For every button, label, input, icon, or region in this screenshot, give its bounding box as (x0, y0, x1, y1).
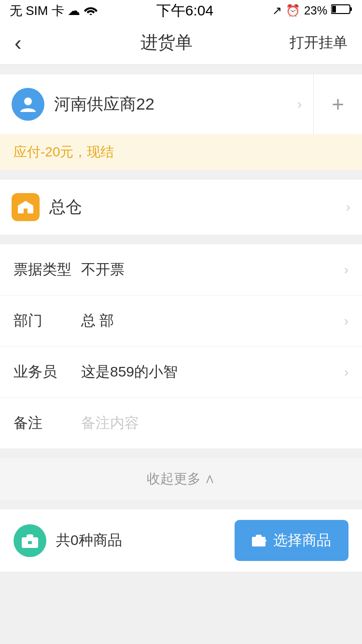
svg-point-4 (24, 98, 32, 105)
supplier-avatar (12, 88, 44, 121)
svg-rect-5 (24, 209, 28, 213)
add-supplier-button[interactable]: + (314, 92, 362, 116)
select-product-label: 选择商品 (273, 531, 331, 550)
department-row[interactable]: 部门 总 部 › (0, 295, 362, 347)
department-value: 总 部 (81, 311, 339, 331)
invoice-type-row[interactable]: 票据类型 不开票 › (0, 244, 362, 295)
invoice-type-chevron-icon: › (344, 262, 348, 278)
remark-input[interactable]: 备注内容 (81, 413, 348, 433)
back-button[interactable]: ‹ (14, 31, 43, 55)
status-bar: 无 SIM 卡 ☁ 下午6:04 ↗ ⏰ 23% (0, 0, 362, 21)
notice-banner: 应付-20元，现结 (0, 134, 362, 170)
product-count-label: 共0种商品 (56, 531, 225, 550)
invoice-type-value: 不开票 (81, 260, 339, 280)
warehouse-icon (12, 193, 40, 221)
salesperson-value: 这是859的小智 (81, 362, 339, 382)
remark-row[interactable]: 备注 备注内容 (0, 398, 362, 448)
battery-icon (331, 4, 352, 17)
product-count-icon (14, 524, 46, 557)
svg-rect-2 (350, 7, 352, 11)
location-icon: ↗ (272, 4, 282, 17)
supplier-name: 河南供应商22 (54, 93, 292, 115)
wifi-icon (84, 3, 97, 18)
invoice-type-label: 票据类型 (14, 260, 81, 280)
warehouse-name: 总仓 (49, 196, 341, 218)
svg-point-0 (89, 14, 92, 15)
status-time: 下午6:04 (156, 1, 213, 21)
sim-label: 无 SIM 卡 ☁ (10, 2, 80, 19)
divider-1 (0, 65, 362, 74)
alarm-icon: ⏰ (286, 4, 300, 17)
svg-rect-3 (332, 6, 336, 13)
warehouse-chevron-icon: › (346, 199, 350, 215)
bottom-bar: 共0种商品 选择商品 (0, 509, 362, 572)
battery-label: 23% (304, 4, 327, 17)
status-left: 无 SIM 卡 ☁ (10, 2, 97, 19)
supplier-selector[interactable]: 河南供应商22 › (0, 74, 314, 134)
svg-rect-7 (28, 541, 32, 544)
supplier-section: 河南供应商22 › + (0, 74, 362, 134)
department-label: 部门 (14, 311, 81, 331)
warehouse-selector[interactable]: 总仓 › (0, 180, 362, 235)
status-right: ↗ ⏰ 23% (272, 4, 352, 17)
nav-bar: ‹ 进货单 打开挂单 (0, 21, 362, 65)
page-background (0, 572, 362, 644)
select-product-button[interactable]: 选择商品 (235, 520, 348, 561)
supplier-chevron-icon: › (297, 97, 302, 112)
salesperson-chevron-icon: › (344, 364, 348, 380)
salesperson-label: 业务员 (14, 362, 81, 382)
remark-label: 备注 (14, 413, 81, 433)
collapse-button[interactable]: 收起更多 ∧ (0, 458, 362, 500)
department-chevron-icon: › (344, 313, 348, 329)
salesperson-row[interactable]: 业务员 这是859的小智 › (0, 347, 362, 398)
form-section: 票据类型 不开票 › 部门 总 部 › 业务员 这是859的小智 › 备注 备注… (0, 244, 362, 448)
page-title: 进货单 (140, 31, 193, 55)
warehouse-section: 总仓 › (0, 180, 362, 235)
open-pending-button[interactable]: 打开挂单 (290, 33, 348, 53)
